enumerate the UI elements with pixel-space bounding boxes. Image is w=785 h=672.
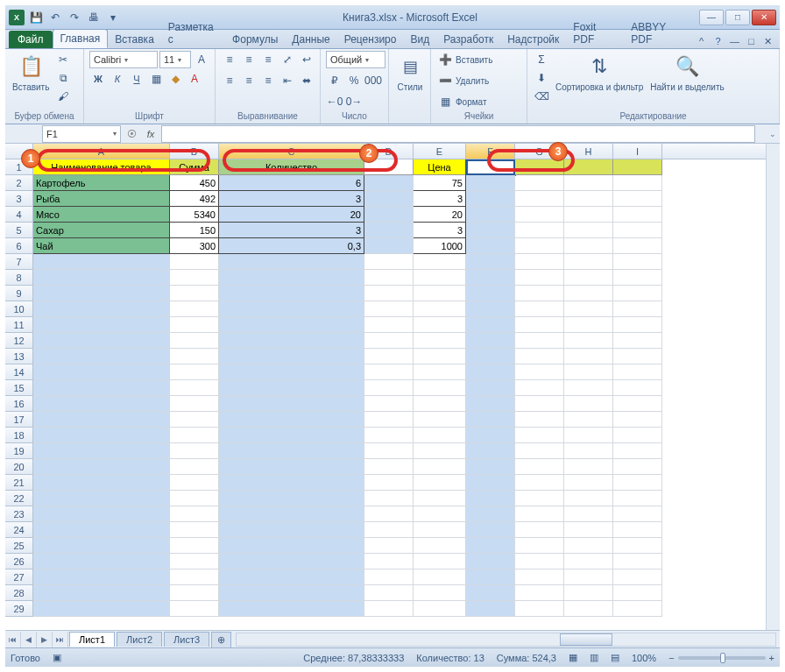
cell[interactable] [564, 333, 613, 349]
cell[interactable] [613, 459, 662, 475]
percent-icon[interactable]: % [345, 72, 363, 89]
row-header[interactable]: 13 [5, 349, 33, 364]
cell[interactable] [564, 223, 613, 238]
name-box[interactable]: F1▾ [42, 125, 121, 143]
cell[interactable] [33, 443, 170, 459]
cell[interactable] [33, 364, 170, 380]
cell[interactable] [364, 396, 414, 412]
cell[interactable] [564, 601, 613, 617]
cell[interactable] [170, 349, 219, 364]
cell[interactable] [466, 254, 515, 270]
merge-cells-icon[interactable]: ⬌ [298, 72, 315, 89]
cell[interactable] [466, 364, 515, 380]
cell[interactable] [466, 380, 515, 396]
select-all-corner[interactable] [5, 144, 33, 159]
cell[interactable] [564, 491, 613, 506]
cell[interactable] [364, 506, 414, 522]
cell[interactable] [364, 364, 414, 380]
cell[interactable] [564, 459, 613, 475]
cell[interactable] [564, 349, 613, 364]
cell[interactable] [33, 380, 170, 396]
cell[interactable] [33, 301, 170, 317]
sheet-nav-next-icon[interactable]: ▶ [37, 632, 53, 647]
cell[interactable] [515, 443, 564, 459]
cell[interactable] [613, 396, 662, 412]
insert-cells-label[interactable]: Вставить [456, 55, 492, 65]
cell[interactable] [219, 554, 364, 569]
cell[interactable] [613, 191, 662, 207]
font-name-select[interactable]: Calibri▾ [89, 51, 158, 68]
cell[interactable] [613, 412, 662, 428]
cell[interactable] [414, 396, 466, 412]
comma-icon[interactable]: 000 [364, 72, 382, 89]
cell[interactable] [515, 491, 564, 506]
minimize-button[interactable]: — [699, 10, 724, 25]
cell[interactable] [564, 301, 613, 317]
cell[interactable] [613, 569, 662, 585]
orientation-icon[interactable]: ⤢ [279, 51, 296, 68]
cell[interactable] [613, 475, 662, 491]
row-header[interactable]: 16 [5, 396, 33, 412]
cell[interactable] [170, 443, 219, 459]
cell[interactable] [564, 364, 613, 380]
cell[interactable] [364, 207, 414, 223]
tab-home[interactable]: Главная [53, 29, 109, 48]
cell[interactable] [613, 223, 662, 238]
find-select-button[interactable]: 🔍Найти и выделить [648, 51, 725, 94]
window-resize-icon[interactable]: — [728, 34, 741, 48]
cell[interactable] [219, 270, 364, 286]
cell[interactable] [33, 538, 170, 554]
col-header-a[interactable]: A [33, 144, 170, 159]
cell[interactable]: Сумма [170, 159, 219, 175]
cell[interactable] [564, 254, 613, 270]
row-header[interactable]: 29 [5, 601, 33, 617]
cell[interactable] [466, 475, 515, 491]
cell[interactable] [613, 286, 662, 301]
horizontal-scrollbar[interactable] [236, 633, 776, 647]
undo-icon[interactable]: ↶ [47, 10, 63, 25]
cell[interactable]: 1000 [414, 238, 466, 254]
cell[interactable] [364, 317, 414, 333]
cell[interactable] [515, 349, 564, 364]
decrease-indent-icon[interactable]: ⇤ [279, 72, 296, 89]
cell[interactable] [414, 491, 466, 506]
cell[interactable]: 450 [170, 175, 219, 191]
cell[interactable] [364, 491, 414, 506]
cell[interactable] [414, 254, 466, 270]
cell[interactable] [613, 301, 662, 317]
cell[interactable] [515, 159, 564, 175]
align-right-icon[interactable]: ≡ [259, 72, 277, 89]
sheet-tab-1[interactable]: Лист1 [69, 632, 115, 647]
row-header[interactable]: 8 [5, 270, 33, 286]
cell[interactable] [219, 301, 364, 317]
cell[interactable] [515, 380, 564, 396]
cell[interactable] [33, 601, 170, 617]
cell[interactable] [364, 223, 414, 238]
cell[interactable] [364, 475, 414, 491]
cell[interactable] [33, 396, 170, 412]
cell[interactable]: Сахар [33, 223, 170, 238]
cell[interactable] [515, 333, 564, 349]
insert-cells-icon[interactable]: ➕ [436, 51, 454, 68]
align-bottom-icon[interactable]: ≡ [259, 51, 277, 68]
cell[interactable]: Цена [414, 159, 466, 175]
cell[interactable] [414, 317, 466, 333]
number-format-select[interactable]: Общий▾ [326, 51, 385, 68]
cell[interactable] [466, 301, 515, 317]
cell[interactable]: 3 [219, 191, 364, 207]
cell[interactable] [170, 475, 219, 491]
cell[interactable] [219, 396, 364, 412]
cell[interactable] [33, 491, 170, 506]
cell[interactable] [613, 554, 662, 569]
tab-formulas[interactable]: Формулы [225, 31, 285, 48]
cell[interactable] [515, 317, 564, 333]
cell[interactable] [219, 443, 364, 459]
cell[interactable] [414, 301, 466, 317]
qat-customize-icon[interactable]: ▾ [105, 10, 121, 25]
cell[interactable]: 20 [219, 207, 364, 223]
fx-icon[interactable]: fx [140, 129, 161, 139]
cell[interactable] [515, 538, 564, 554]
row-header[interactable]: 17 [5, 412, 33, 428]
row-header[interactable]: 19 [5, 443, 33, 459]
cell[interactable] [364, 601, 414, 617]
